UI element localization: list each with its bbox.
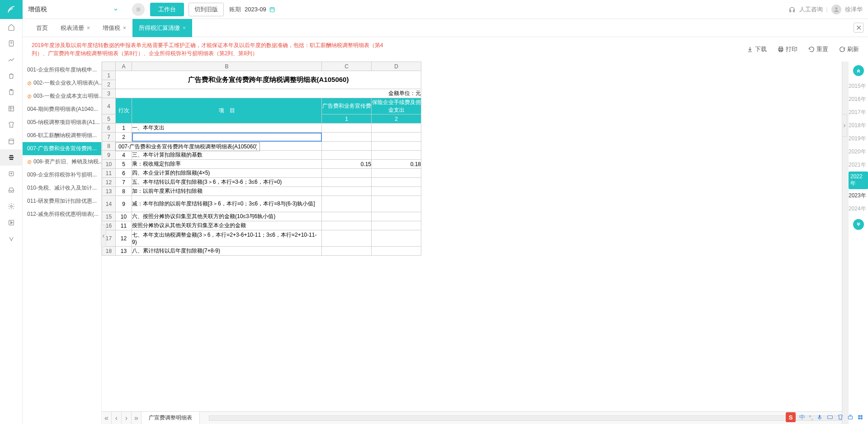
tab-0[interactable]: 首页	[30, 19, 54, 37]
period-label: 账期	[229, 5, 241, 14]
year-2024年[interactable]: 2024年	[849, 202, 868, 215]
share-icon[interactable]	[0, 166, 23, 182]
form-item-9[interactable]: 010-免税、减计收入及加计...	[23, 181, 101, 195]
sheet-nav-last[interactable]: »	[132, 412, 142, 424]
ime-mic-icon[interactable]	[816, 414, 823, 420]
user-avatar[interactable]	[831, 5, 841, 14]
form-item-4[interactable]: 005-纳税调整项目明细表(A1...	[23, 116, 101, 129]
tab-3[interactable]: 所得税汇算清缴×	[132, 19, 192, 37]
clipboard-icon[interactable]	[0, 84, 23, 100]
reset-button[interactable]: 重置	[808, 45, 828, 53]
table-icon[interactable]	[0, 100, 23, 117]
calendar-icon[interactable]	[0, 133, 23, 149]
year-2023年[interactable]: 2023年	[849, 189, 868, 202]
svg-rect-27	[848, 416, 852, 419]
toolbar-row: 2019年度涉及取以前年度结转数据的申报表单元格需要手工维护正确，才能保证本年及…	[23, 37, 868, 62]
svg-rect-17	[270, 7, 274, 11]
ime-keyboard-icon[interactable]	[826, 414, 834, 420]
form-item-8[interactable]: 009-企业所得税弥补亏损明...	[23, 168, 101, 181]
year-2018年[interactable]: 2018年	[849, 119, 868, 132]
svg-rect-31	[861, 418, 863, 419]
ime-punct-icon[interactable]: °,	[809, 414, 813, 421]
shirt-icon[interactable]	[0, 117, 23, 133]
form-item-5[interactable]: 006-职工薪酬纳税调整明细...	[23, 129, 101, 142]
tab-close-icon[interactable]: ×	[183, 25, 186, 31]
tab-2[interactable]: 增值税×	[96, 19, 132, 37]
consult-link[interactable]: 人工咨询	[799, 5, 823, 14]
form-item-6[interactable]: 007-广告费和业务宣传费跨...	[23, 142, 101, 155]
cell-reference-input[interactable]	[115, 142, 260, 151]
ime-toolbox-icon[interactable]	[847, 414, 854, 420]
expand-right-handle[interactable]: ›	[842, 114, 847, 137]
year-2022年[interactable]: 2022年	[849, 172, 868, 189]
warn-icon: ⊘	[27, 93, 32, 100]
horizontal-scrollbar[interactable]	[209, 415, 842, 421]
svg-point-11	[10, 205, 12, 207]
svg-marker-13	[10, 221, 12, 224]
svg-rect-29	[861, 415, 863, 417]
period-value: 2023-09	[245, 6, 266, 13]
form-item-10[interactable]: 011-研发费用加计扣除优惠...	[23, 195, 101, 208]
bag-icon[interactable]	[0, 68, 23, 84]
app-title: 增值税	[28, 5, 47, 14]
user-name[interactable]: 徐泽华	[845, 5, 863, 14]
form-item-11[interactable]: 012-减免所得税优惠明细表(...	[23, 208, 101, 221]
print-button[interactable]: 打印	[778, 45, 797, 53]
form-item-7[interactable]: ⊘008-资产折旧、摊销及纳税...	[23, 155, 101, 168]
headset-icon[interactable]	[788, 6, 796, 13]
page-tabs: 首页税表清册×增值税×所得税汇算清缴× ✕	[23, 19, 868, 37]
tab-close-icon[interactable]: ×	[123, 25, 126, 31]
doc-icon[interactable]	[0, 35, 23, 52]
year-scroll-down[interactable]	[853, 219, 864, 230]
year-2020年[interactable]: 2020年	[849, 145, 868, 158]
unit-label[interactable]: 金额单位：元	[116, 89, 421, 98]
ime-grid-icon[interactable]	[857, 414, 863, 420]
topbar: 增值税 工作台 切到旧版 账期 2023-09 人工咨询 | 徐泽华	[23, 0, 868, 19]
year-2019年[interactable]: 2019年	[849, 132, 868, 145]
refresh-button[interactable]: 刷新	[839, 45, 859, 53]
active-module-icon[interactable]	[0, 149, 23, 166]
v-icon[interactable]	[0, 231, 23, 247]
sheet-title[interactable]: 广告费和业务宣传费跨年度纳税调整明细表(A105060)	[116, 71, 421, 89]
inbox-icon[interactable]	[0, 182, 23, 198]
form-item-0[interactable]: 001-企业所得税年度纳税申...	[23, 63, 101, 76]
app-title-dropdown[interactable]	[113, 7, 118, 12]
home-icon[interactable]	[0, 19, 23, 35]
tab-1[interactable]: 税表清册×	[54, 19, 96, 37]
play-icon[interactable]	[0, 214, 23, 231]
svg-point-21	[835, 7, 838, 10]
form-item-3[interactable]: 004-期间费用明细表(A1040...	[23, 103, 101, 116]
download-button[interactable]: 下载	[747, 45, 767, 53]
ime-lang[interactable]: 中	[799, 413, 805, 421]
warn-icon: ⊘	[27, 159, 32, 165]
tab-close-icon[interactable]: ×	[87, 25, 90, 31]
sheet-tab[interactable]: 广宣费调整明细表	[142, 412, 200, 424]
sheet-nav-next[interactable]: ›	[122, 412, 132, 424]
year-2015年[interactable]: 2015年	[849, 80, 868, 93]
year-2016年[interactable]: 2016年	[849, 93, 868, 106]
ime-bar: S 中 °,	[786, 412, 863, 422]
workbench-button[interactable]: 工作台	[150, 3, 184, 16]
old-version-button[interactable]: 切到旧版	[189, 3, 224, 16]
collapse-form-list-handle[interactable]: ‹	[101, 224, 106, 247]
sheet-nav-first[interactable]: «	[102, 412, 112, 424]
selected-cell[interactable]	[132, 133, 322, 142]
settings-icon[interactable]	[0, 198, 23, 214]
form-item-2[interactable]: ⊘003-一般企业成本支出明细...	[23, 90, 101, 103]
sheet-nav-prev[interactable]: ‹	[112, 412, 122, 424]
svg-rect-25	[819, 415, 821, 418]
year-scroll-up[interactable]	[853, 65, 864, 76]
spreadsheet-area[interactable]: ABCD1广告费和业务宣传费跨年度纳税调整明细表(A105060)23金额单位：…	[102, 62, 842, 411]
form-item-1[interactable]: ⊘002-一般企业收入明细表(A...	[23, 76, 101, 90]
svg-rect-30	[858, 418, 860, 419]
ime-logo[interactable]: S	[786, 412, 796, 422]
ime-skin-icon[interactable]	[837, 414, 844, 420]
app-logo[interactable]	[0, 0, 23, 19]
period-calendar-icon[interactable]	[269, 6, 275, 13]
form-list: 001-企业所得税年度纳税申...⊘002-一般企业收入明细表(A...⊘003…	[23, 62, 102, 424]
close-all-tabs-button[interactable]: ✕	[854, 23, 863, 33]
round-menu-icon[interactable]	[132, 3, 145, 16]
chart-icon[interactable]	[0, 52, 23, 68]
year-2021年[interactable]: 2021年	[849, 158, 868, 172]
year-2017年[interactable]: 2017年	[849, 106, 868, 119]
